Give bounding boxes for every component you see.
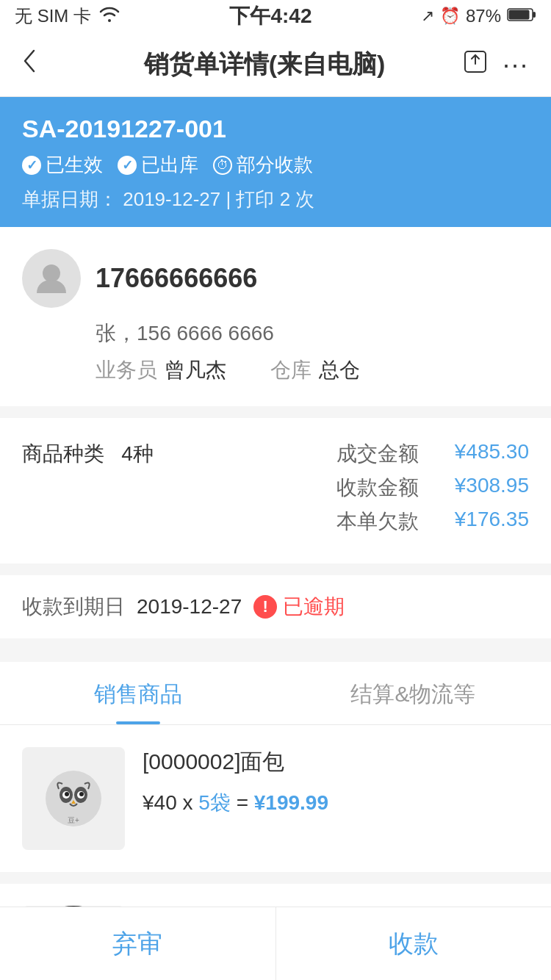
customer-main-row: 17666666666: [22, 249, 529, 308]
check-icon-effective: ✓: [22, 156, 41, 175]
deal-amount-label: 成交金额: [336, 440, 419, 468]
check-icon-shipped: ✓: [118, 156, 137, 175]
avatar: [22, 249, 81, 308]
due-date-card: 收款到期日 2019-12-27 ! 已逾期: [0, 575, 551, 638]
product-price-1: ¥40 x 5袋 = ¥199.99: [143, 789, 529, 817]
received-amount-value: ¥308.95: [433, 474, 529, 502]
badge-effective: ✓ 已生效: [22, 152, 103, 178]
owed-amount-label: 本单欠款: [336, 508, 419, 536]
status-bar: 无 SIM 卡 下午4:42 ↗ ⏰ 87%: [0, 0, 551, 32]
more-icon[interactable]: ···: [503, 49, 529, 80]
summary-amounts: 成交金额 ¥485.30 收款金额 ¥308.95 本单欠款 ¥176.35: [336, 440, 529, 541]
warehouse-label: 仓库: [270, 356, 311, 384]
owed-amount-value: ¥176.35: [433, 508, 529, 536]
customer-phone-name: 17666666666: [96, 263, 257, 294]
order-date: 单据日期： 2019-12-27 | 打印 2 次: [22, 187, 529, 212]
deal-amount-row: 成交金额 ¥485.30: [336, 440, 529, 468]
cancel-button[interactable]: 弃审: [0, 907, 276, 980]
salesman-value: 曾凡杰: [165, 356, 226, 384]
share-icon[interactable]: [463, 49, 488, 80]
overdue-badge: ! 已逾期: [253, 593, 345, 621]
confirm-button[interactable]: 收款: [276, 907, 552, 980]
svg-point-11: [79, 792, 84, 796]
clock-icon: ⏱: [213, 156, 232, 175]
status-carrier: 无 SIM 卡: [15, 4, 120, 28]
location-icon: ↗: [421, 7, 434, 26]
order-header-banner: SA-20191227-001 ✓ 已生效 ✓ 已出库 ⏱ 部分收款 单据日期：…: [0, 97, 551, 227]
carrier-text: 无 SIM 卡: [15, 4, 91, 28]
order-id: SA-20191227-001: [22, 115, 529, 143]
badge-shipped: ✓ 已出库: [118, 152, 198, 178]
nav-actions: ···: [463, 49, 529, 80]
customer-card: 17666666666 张，156 6666 6666 业务员 曾凡杰 仓库 总…: [0, 227, 551, 406]
product-info-1: [0000002]面包 ¥40 x 5袋 = ¥199.99: [143, 747, 529, 817]
bottom-bar: 弃审 收款: [0, 907, 551, 980]
page-title: 销货单详情(来自电脑): [144, 48, 386, 82]
tabs: 销售商品 结算&物流等: [0, 662, 551, 725]
customer-meta: 业务员 曾凡杰 仓库 总仓: [22, 356, 529, 384]
due-date-value: 2019-12-27: [137, 595, 242, 619]
status-icons: ↗ ⏰ 87%: [421, 6, 536, 26]
nav-bar: 销货单详情(来自电脑) ···: [0, 32, 551, 97]
badge-partial-payment: ⏱ 部分收款: [213, 152, 313, 178]
product-thumb-1: 豆+: [22, 747, 125, 850]
back-button[interactable]: [22, 48, 66, 81]
svg-point-4: [43, 264, 60, 282]
svg-point-10: [65, 792, 69, 796]
status-time: 下午4:42: [229, 2, 311, 30]
warehouse-item: 仓库 总仓: [270, 356, 360, 384]
battery-text: 87%: [466, 6, 501, 26]
deal-amount-value: ¥485.30: [433, 440, 529, 468]
divider: [0, 650, 551, 662]
tab-sales-products[interactable]: 销售商品: [0, 662, 276, 724]
alarm-icon: ⏰: [440, 7, 460, 26]
summary-row: 商品种类 4种 成交金额 ¥485.30 收款金额 ¥308.95 本单欠款 ¥…: [22, 440, 529, 541]
overdue-text: 已逾期: [283, 593, 345, 621]
received-amount-label: 收款金额: [336, 474, 419, 502]
salesman-label: 业务员: [96, 356, 157, 384]
received-amount-row: 收款金额 ¥308.95: [336, 474, 529, 502]
wifi-icon: [98, 6, 120, 26]
svg-text:豆+: 豆+: [68, 816, 79, 824]
svg-rect-2: [508, 10, 529, 20]
overdue-icon: !: [253, 595, 277, 619]
order-badges: ✓ 已生效 ✓ 已出库 ⏱ 部分收款: [22, 152, 529, 178]
owed-amount-row: 本单欠款 ¥176.35: [336, 508, 529, 536]
customer-contact: 张，156 6666 6666: [22, 320, 529, 347]
due-date-label: 收款到期日: [22, 593, 125, 621]
tab-settlement-logistics[interactable]: 结算&物流等: [276, 662, 551, 724]
summary-left: 商品种类 4种: [22, 440, 154, 474]
summary-card: 商品种类 4种 成交金额 ¥485.30 收款金额 ¥308.95 本单欠款 ¥…: [0, 418, 551, 563]
salesman-item: 业务员 曾凡杰: [96, 356, 226, 384]
warehouse-value: 总仓: [319, 356, 360, 384]
product-name-1: [0000002]面包: [143, 747, 529, 777]
svg-rect-1: [533, 12, 536, 18]
product-type-item: 商品种类 4种: [22, 440, 154, 468]
battery-icon: [507, 6, 536, 26]
table-row: 豆+ [0000002]面包 ¥40 x 5袋 = ¥199.99: [0, 725, 551, 872]
